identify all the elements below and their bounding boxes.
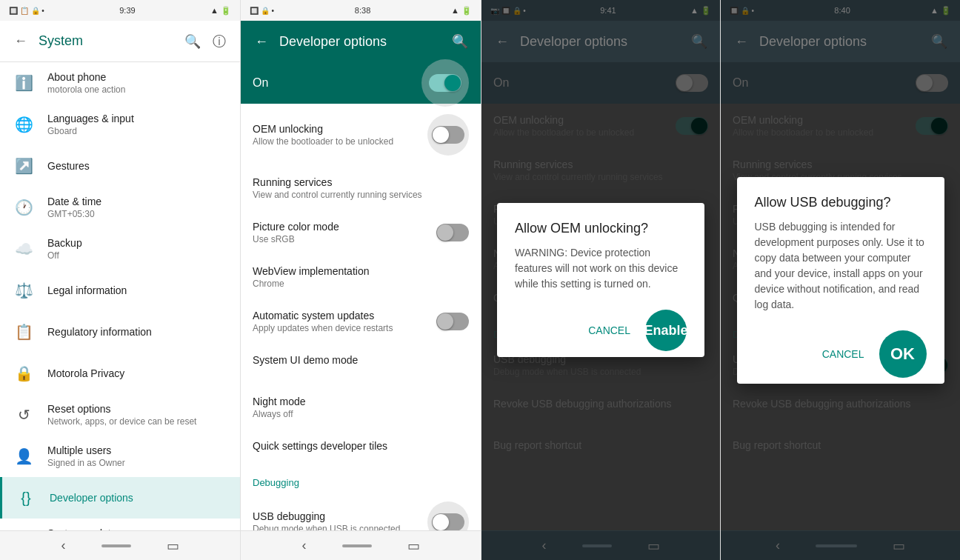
nav-bar-1: ‹ ▭ — [0, 530, 240, 560]
list-item-gestures[interactable]: ↗️ Gestures — [0, 145, 240, 187]
languages-icon: 🌐 — [12, 113, 36, 136]
dev-usb-debug[interactable]: USB debugging Debug mode when USB is con… — [241, 491, 481, 530]
dev-ui-demo[interactable]: System UI demo mode — [241, 344, 481, 385]
oem-toggle-thumb — [433, 127, 449, 143]
system-list: ℹ️ About phone motorola one action 🌐 Lan… — [0, 62, 240, 530]
dialog-overlay-oem: Allow OEM unlocking? WARNING: Device pro… — [481, 0, 720, 560]
dialog-usb-actions: Cancel OK — [755, 324, 927, 378]
list-item-updates[interactable]: 📱 System updates Updated to Android 9 — [0, 519, 240, 530]
picture-subtitle: Use sRGB — [253, 234, 339, 244]
running-subtitle: View and control currently running servi… — [253, 190, 469, 200]
nav-home-1[interactable] — [101, 544, 131, 547]
dev-picture-color[interactable]: Picture color mode Use sRGB — [241, 210, 481, 255]
status-left-1: 🔲 📋 🔒 • — [9, 7, 44, 15]
dev-auto-updates[interactable]: Automatic system updates Apply updates w… — [241, 299, 481, 344]
status-left-2: 🔲 🔒 • — [250, 7, 274, 15]
on-toggle-base[interactable] — [429, 74, 461, 92]
back-icon-system[interactable]: ← — [12, 33, 30, 50]
oem-toggle[interactable] — [432, 126, 464, 144]
about-icon: ℹ️ — [12, 71, 36, 95]
auto-updates-thumb — [437, 313, 453, 330]
backup-icon: ☁️ — [12, 237, 36, 261]
topbar-system: ← System 🔍 ⓘ — [0, 21, 240, 62]
toggle-highlight-base — [421, 59, 469, 107]
on-toggle-thumb-base — [444, 75, 461, 91]
nav-back-2[interactable]: ‹ — [302, 538, 307, 553]
usb-debug-subtitle: Debug mode when USB is connected — [253, 524, 400, 530]
nav-bar-2: ‹ ▭ — [241, 530, 481, 560]
dev-webview[interactable]: WebView implementation Chrome — [241, 255, 481, 299]
auto-updates-toggle[interactable] — [436, 313, 469, 330]
night-mode-subtitle: Always off — [253, 409, 469, 419]
list-item-regulatory[interactable]: 📋 Regulatory information — [0, 311, 240, 353]
list-item-backup[interactable]: ☁️ Backup Off — [0, 228, 240, 270]
legal-title: Legal information — [47, 284, 228, 296]
dialog-oem-confirm[interactable]: Enable — [645, 310, 687, 351]
nav-recent-2[interactable]: ▭ — [407, 538, 420, 554]
dev-night-mode[interactable]: Night mode Always off — [241, 385, 481, 430]
search-icon-system[interactable]: 🔍 — [184, 33, 201, 50]
dialog-usb-cancel[interactable]: Cancel — [813, 330, 873, 378]
dialog-oem-cancel[interactable]: Cancel — [579, 310, 639, 351]
dialog-usb-confirm[interactable]: OK — [879, 330, 927, 378]
list-item-developer[interactable]: {} Developer options — [0, 477, 240, 519]
reset-subtitle: Network, apps, or device can be reset — [47, 416, 228, 427]
privacy-icon: 🔒 — [12, 361, 36, 385]
list-item-about[interactable]: ℹ️ About phone motorola one action — [0, 62, 240, 104]
webview-subtitle: Chrome — [253, 279, 469, 289]
list-item-languages[interactable]: 🌐 Languages & input Gboard — [0, 104, 240, 145]
status-time-2: 8:38 — [355, 6, 370, 15]
dev-quick-settings[interactable]: Quick settings developer tiles — [241, 430, 481, 471]
nav-recent-1[interactable]: ▭ — [167, 538, 179, 554]
oem-toggle-container[interactable] — [427, 114, 469, 156]
nav-home-2[interactable] — [342, 544, 372, 547]
debugging-section-header: Debugging — [241, 471, 481, 491]
status-right-1: ▲ 🔋 — [210, 6, 231, 16]
users-icon: 👤 — [12, 444, 36, 468]
dialog-usb-body: USB debugging is intended for developmen… — [755, 219, 927, 313]
usb-toggle[interactable] — [432, 513, 464, 530]
list-item-users[interactable]: 👤 Multiple users Signed in as Owner — [0, 436, 240, 477]
list-item-reset[interactable]: ↺ Reset options Network, apps, or device… — [0, 394, 240, 436]
legal-icon: ⚖️ — [12, 279, 36, 302]
dev-running-services[interactable]: Running services View and control curren… — [241, 166, 481, 210]
backup-subtitle: Off — [47, 250, 228, 261]
on-label-base: On — [253, 76, 268, 90]
usb-toggle-thumb — [433, 514, 449, 530]
auto-updates-subtitle: Apply updates when device restarts — [253, 323, 393, 333]
dev-list-base: OEM unlocking Allow the bootloader to be… — [241, 104, 481, 530]
privacy-title: Motorola Privacy — [47, 367, 228, 379]
updates-icon: 📱 — [12, 527, 36, 530]
usb-debug-title: USB debugging — [253, 510, 400, 522]
languages-subtitle: Gboard — [47, 126, 228, 136]
status-time-1: 9:39 — [119, 6, 135, 15]
list-item-privacy[interactable]: 🔒 Motorola Privacy — [0, 353, 240, 394]
users-title: Multiple users — [47, 444, 228, 456]
on-toggle-container-base[interactable] — [421, 59, 469, 107]
picture-toggle-thumb — [437, 224, 453, 241]
nav-back-1[interactable]: ‹ — [61, 538, 66, 553]
datetime-icon: 🕐 — [12, 196, 36, 219]
search-icon-dev[interactable]: 🔍 — [451, 33, 469, 50]
quick-settings-title: Quick settings developer tiles — [253, 440, 469, 452]
picture-toggle[interactable] — [436, 224, 469, 241]
panel-system: 🔲 📋 🔒 • 9:39 ▲ 🔋 ← System 🔍 ⓘ ℹ️ About p… — [0, 0, 241, 560]
about-title: About phone — [47, 71, 228, 83]
dialog-oem: Allow OEM unlocking? WARNING: Device pro… — [497, 203, 704, 357]
list-item-legal[interactable]: ⚖️ Legal information — [0, 270, 240, 311]
page-title-dev: Developer options — [279, 34, 442, 50]
on-row-base[interactable]: On — [241, 62, 481, 104]
webview-title: WebView implementation — [253, 265, 469, 277]
help-icon-system[interactable]: ⓘ — [210, 33, 228, 50]
running-title: Running services — [253, 176, 469, 188]
dialog-usb: Allow USB debugging? USB debugging is in… — [737, 177, 944, 384]
dialog-oem-title: Allow OEM unlocking? — [515, 221, 687, 236]
dev-oem-unlock[interactable]: OEM unlocking Allow the bootloader to be… — [241, 104, 481, 166]
regulatory-title: Regulatory information — [47, 326, 228, 338]
back-icon-dev[interactable]: ← — [253, 33, 270, 50]
usb-toggle-container[interactable] — [427, 501, 469, 530]
panel-developer-usb-dialog: 🔲 🔒 • 8:40 ▲ 🔋 ← Developer options 🔍 On … — [721, 0, 960, 560]
status-bar-1: 🔲 📋 🔒 • 9:39 ▲ 🔋 — [0, 0, 240, 21]
dialog-usb-confirm-label: OK — [890, 344, 915, 364]
list-item-datetime[interactable]: 🕐 Date & time GMT+05:30 — [0, 187, 240, 228]
